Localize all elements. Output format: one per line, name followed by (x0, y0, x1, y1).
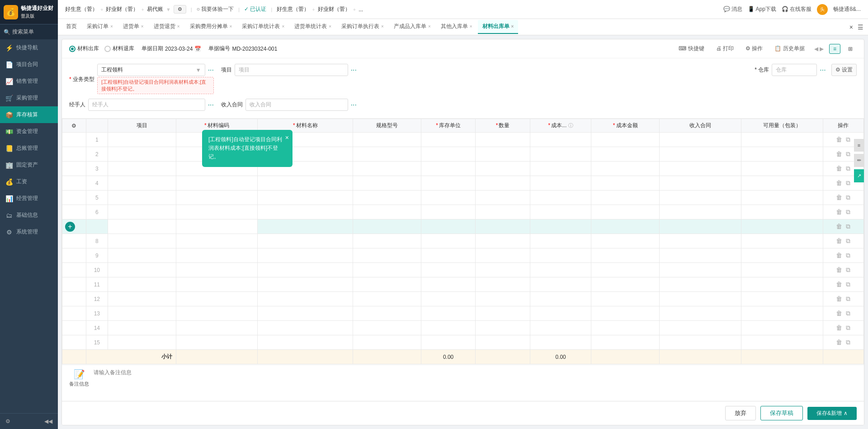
topbar-more[interactable]: ... (359, 6, 363, 13)
sidebar-item-inventory[interactable]: 📦 库存核算 (0, 106, 58, 123)
user-avatar[interactable]: 头 (817, 4, 828, 15)
tab-purchase-stats[interactable]: 采购订单统计表× (237, 20, 289, 34)
right-btn-2[interactable]: ✏ (854, 154, 864, 167)
list-view-btn[interactable]: ≡ (829, 44, 840, 54)
row-copy-btn[interactable]: ⧉ (844, 236, 852, 246)
save-new-btn[interactable]: 保存&新增 ∧ (807, 407, 857, 420)
username[interactable]: 畅捷通8&... (833, 5, 861, 13)
row-delete-btn[interactable]: 🗑 (834, 323, 844, 332)
right-btn-1[interactable]: ≡ (854, 139, 864, 152)
sidebar-item-payroll[interactable]: 💰 工资 (0, 173, 58, 190)
row-copy-btn[interactable]: ⧉ (844, 193, 852, 202)
row-copy-btn[interactable]: ⧉ (844, 251, 852, 260)
row-delete-btn[interactable]: 🗑 (834, 309, 844, 318)
sidebar-item-purchase[interactable]: 🛒 采购管理 (0, 90, 58, 106)
row-delete-btn[interactable]: 🗑 (834, 193, 844, 202)
topbar-link-2[interactable]: 好业财（菅） (106, 5, 138, 13)
tab-other-in[interactable]: 其他入库单× (436, 20, 477, 34)
tab-purchase-exec[interactable]: 采购订单执行表× (337, 20, 388, 34)
topbar-link-4[interactable]: 好生意（菅） (277, 5, 309, 13)
sidebar-item-base-info[interactable]: 🗂 基础信息 (0, 207, 58, 224)
warehouse-more-btn[interactable]: ··· (820, 66, 826, 74)
tab-close-goods-return[interactable]: × (177, 24, 180, 29)
row-delete-btn[interactable]: 🗑 (834, 251, 844, 260)
handler-input[interactable]: 经手人 (88, 99, 205, 111)
grid-view-btn[interactable]: ⊞ (844, 44, 857, 54)
biz-type-input[interactable]: 工程领料 ▼ (97, 64, 205, 76)
sidebar-item-system[interactable]: ⚙ 系统管理 (0, 224, 58, 240)
tab-material-out[interactable]: 材料出库单 × (478, 20, 519, 34)
row-copy-btn[interactable]: ⧉ (844, 294, 852, 304)
row-copy-btn[interactable]: ⧉ (844, 135, 852, 144)
settings-btn[interactable]: ⚙ 设置 (831, 64, 857, 76)
operations-btn[interactable]: ⚙ 操作 (741, 43, 767, 54)
tab-menu-btn[interactable]: ☰ (857, 23, 864, 32)
topbar-link-3[interactable]: 易代账 (147, 5, 163, 13)
row-copy-btn[interactable]: ⧉ (844, 178, 852, 188)
cost-info-icon[interactable]: ⓘ (568, 123, 573, 128)
tab-goods-in[interactable]: 进货单× (118, 20, 148, 34)
sidebar-item-ledger[interactable]: 📒 总账管理 (0, 140, 58, 157)
tab-close-purchase-order[interactable]: × (110, 24, 113, 29)
calendar-icon[interactable]: 📅 (194, 46, 201, 52)
tooltip-close-btn[interactable]: × (285, 133, 289, 143)
tab-goods-return[interactable]: 进货退货× (149, 20, 184, 34)
radio-material-return[interactable]: 材料退库 (104, 45, 134, 52)
row-delete-btn[interactable]: 🗑 (834, 178, 844, 187)
biz-type-more-btn[interactable]: ··· (208, 66, 214, 74)
row-copy-btn[interactable]: ⧉ (844, 323, 852, 333)
tab-close-material-out[interactable]: × (511, 24, 514, 29)
project-more-btn[interactable]: ··· (351, 66, 357, 74)
right-btn-3[interactable]: ↗ (854, 169, 864, 182)
tab-home[interactable]: 首页 (61, 20, 81, 34)
shortcut-keys-btn[interactable]: ⌨ 快捷键 (675, 43, 708, 54)
sidebar-collapse-btn[interactable]: ◀◀ (44, 418, 52, 424)
sidebar-item-quick-nav[interactable]: ⚡ 快捷导航 (0, 39, 58, 56)
add-row-btn[interactable]: + (65, 222, 75, 232)
tab-close-purchase-stats[interactable]: × (282, 24, 284, 29)
tab-close-purchase-exec[interactable]: × (381, 24, 384, 29)
row-copy-btn[interactable]: ⧉ (844, 164, 852, 173)
tab-purchase-order[interactable]: 采购订单× (82, 20, 118, 34)
save-draft-btn[interactable]: 保存草稿 (760, 406, 803, 420)
sidebar-item-sales[interactable]: 📈 销售管理 (0, 73, 58, 90)
handler-more-btn[interactable]: ··· (208, 101, 214, 109)
project-input[interactable]: 项目 (235, 64, 348, 76)
tab-purchase-expense[interactable]: 采购费用分摊单× (185, 20, 237, 34)
radio-material-out[interactable]: 材料出库 (69, 45, 99, 52)
tab-close-goods-stats[interactable]: × (329, 24, 331, 29)
sidebar-item-finance[interactable]: 💵 资金管理 (0, 123, 58, 140)
tab-close-goods-in[interactable]: × (141, 24, 144, 29)
row-delete-btn[interactable]: 🗑 (834, 294, 844, 303)
row-copy-btn[interactable]: ⧉ (844, 222, 852, 231)
settings-dropdown[interactable]: ⚙ (174, 5, 186, 14)
topbar-link-1[interactable]: 好生意（菅） (65, 5, 98, 13)
trial-btn[interactable]: ○ 我要体验一下 (197, 5, 234, 13)
income-contract-input[interactable]: 收入合同 (245, 99, 348, 111)
row-delete-btn[interactable]: 🗑 (834, 149, 844, 158)
row-delete-btn[interactable]: 🗑 (834, 222, 844, 231)
row-delete-btn[interactable]: 🗑 (834, 338, 844, 347)
tab-goods-stats[interactable]: 进货单统计表× (290, 20, 336, 34)
tab-close-all-btn[interactable]: × (849, 23, 854, 32)
tab-close-other-in[interactable]: × (470, 24, 472, 29)
sidebar-item-project-contract[interactable]: 📄 项目合同 (0, 56, 58, 73)
verified-badge[interactable]: ✓ 已认证 (244, 5, 266, 13)
tab-finished-goods[interactable]: 产成品入库单× (389, 20, 435, 34)
tab-close-finished-goods[interactable]: × (428, 24, 431, 29)
row-delete-btn[interactable]: 🗑 (834, 280, 844, 289)
row-delete-btn[interactable]: 🗑 (834, 164, 844, 173)
sidebar-settings-btn[interactable]: ⚙ (5, 418, 10, 424)
notes-input[interactable] (94, 369, 857, 381)
row-delete-btn[interactable]: 🗑 (834, 236, 844, 245)
row-delete-btn[interactable]: 🗑 (834, 135, 844, 144)
row-delete-btn[interactable]: 🗑 (834, 207, 844, 216)
row-copy-btn[interactable]: ⧉ (844, 309, 852, 318)
history-btn[interactable]: 📋 历史单据 (770, 43, 808, 54)
row-copy-btn[interactable]: ⧉ (844, 280, 852, 289)
sidebar-item-operations[interactable]: 📊 经营管理 (0, 190, 58, 207)
print-btn[interactable]: 🖨 打印 (712, 43, 738, 54)
sidebar-item-fixed-assets[interactable]: 🏢 固定资产 (0, 157, 58, 173)
row-copy-btn[interactable]: ⧉ (844, 149, 852, 159)
th-gear[interactable]: ⚙ (62, 119, 86, 133)
